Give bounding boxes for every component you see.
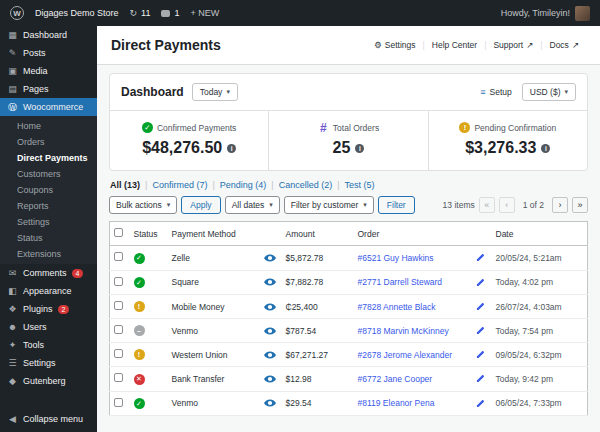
table-row: Bank Transfer $12.98 #6772 Jane Cooper T… (110, 367, 588, 392)
new-button[interactable]: + NEW (190, 8, 219, 18)
apply-button[interactable]: Apply (181, 196, 220, 214)
order-link[interactable]: #7828 Annette Black (358, 302, 436, 312)
tab-pending[interactable]: Pending (4) (220, 180, 267, 190)
howdy-label[interactable]: Howdy, Timileyin! (501, 8, 570, 18)
submenu-item-home[interactable]: Home (0, 118, 97, 134)
view-icon[interactable] (264, 327, 278, 335)
edit-icon[interactable] (476, 278, 488, 287)
date: 26/07/24, 4:03am (492, 295, 588, 319)
filter-button[interactable]: Filter (378, 196, 415, 214)
submenu-item-settings[interactable]: Settings (0, 214, 97, 230)
order-link[interactable]: #8718 Marvin McKinney (358, 326, 449, 336)
bulk-actions-select[interactable]: Bulk actions▾ (109, 196, 177, 214)
list-toolbar: Bulk actions▾ Apply All dates▾ Filter by… (109, 196, 588, 214)
info-icon[interactable] (355, 144, 364, 153)
col-status[interactable]: Status (130, 222, 168, 246)
order-link[interactable]: #2771 Darrell Steward (358, 277, 443, 287)
edit-icon[interactable] (476, 374, 488, 383)
view-icon[interactable] (264, 303, 278, 311)
select-all-checkbox[interactable] (114, 228, 123, 237)
avatar[interactable] (575, 6, 590, 21)
appearance-icon: ◧ (7, 286, 18, 296)
edit-icon[interactable] (476, 253, 488, 262)
submenu-item-coupons[interactable]: Coupons (0, 182, 97, 198)
collapse-menu-button[interactable]: ◀ Collapse menu (0, 410, 97, 428)
tab-confirmed[interactable]: Confirmed (7) (152, 180, 207, 190)
last-page-button[interactable]: » (572, 197, 588, 213)
first-page-button[interactable]: « (479, 197, 495, 213)
updates-indicator[interactable]: ↻ 11 (130, 8, 151, 18)
order-link[interactable]: #6772 Jane Cooper (358, 374, 433, 384)
amount: $12.98 (282, 367, 354, 392)
docs-link[interactable]: Docs ↗ (543, 40, 587, 50)
all-dates-select[interactable]: All dates▾ (225, 196, 280, 214)
submenu-item-reports[interactable]: Reports (0, 198, 97, 214)
setup-link[interactable]: ≡ Setup (480, 87, 511, 97)
filter-by-customer-select[interactable]: Filter by customer▾ (284, 196, 374, 214)
col-date[interactable]: Date (492, 222, 588, 246)
row-checkbox[interactable] (114, 398, 123, 407)
view-icon[interactable] (264, 278, 278, 286)
row-checkbox[interactable] (114, 349, 123, 358)
info-icon[interactable] (227, 144, 236, 153)
tab-cancelled[interactable]: Cancelled (2) (279, 180, 333, 190)
sidebar-item-posts[interactable]: ✎ Posts (0, 44, 97, 62)
row-checkbox[interactable] (114, 325, 123, 334)
payment-method: Square (168, 270, 260, 295)
settings-link[interactable]: ⚙ Settings (367, 40, 422, 50)
sidebar-item-plugins[interactable]: ❖ Plugins 2 (0, 300, 97, 318)
view-icon[interactable] (264, 351, 278, 359)
separator: | (212, 180, 214, 190)
sidebar-item-label: Appearance (23, 286, 72, 296)
dashboard-title: Dashboard (121, 85, 184, 99)
wordpress-logo-icon[interactable]: W (10, 6, 24, 20)
sidebar-item-dashboard[interactable]: ▦ Dashboard (0, 26, 97, 44)
view-icon[interactable] (264, 375, 278, 383)
sidebar-item-comments[interactable]: ✉ Comments 4 (0, 264, 97, 282)
prev-page-button[interactable]: ‹ (499, 197, 515, 213)
sidebar-item-appearance[interactable]: ◧ Appearance (0, 282, 97, 300)
edit-icon[interactable] (476, 350, 488, 359)
site-name-link[interactable]: Digages Demo Store (35, 8, 119, 18)
submenu-item-status[interactable]: Status (0, 230, 97, 246)
sidebar-item-settings[interactable]: ☰ Settings (0, 354, 97, 372)
row-checkbox[interactable] (114, 301, 123, 310)
sidebar-item-woocommerce[interactable]: Ⓦ Woocommerce (0, 98, 97, 116)
gear-icon: ⚙ (374, 40, 382, 50)
sidebar-item-tools[interactable]: ✦ Tools (0, 336, 97, 354)
sidebar-item-label: Users (23, 322, 47, 332)
submenu-item-customers[interactable]: Customers (0, 166, 97, 182)
row-checkbox[interactable] (114, 277, 123, 286)
currency-dropdown[interactable]: USD ($) ▾ (522, 83, 576, 101)
order-link[interactable]: #6521 Guy Hawkins (358, 253, 434, 263)
comments-indicator[interactable]: 1 (161, 8, 179, 18)
help-center-link[interactable]: Help Center (425, 40, 484, 50)
order-link[interactable]: #8119 Eleanor Pena (358, 398, 435, 408)
row-checkbox[interactable] (114, 373, 123, 382)
edit-icon[interactable] (476, 326, 488, 335)
view-icon[interactable] (264, 399, 278, 407)
sidebar-item-gutenberg[interactable]: ◆ Gutenberg (0, 372, 97, 390)
view-icon[interactable] (264, 254, 278, 262)
sidebar-item-pages[interactable]: ▤ Pages (0, 80, 97, 98)
support-link[interactable]: Support ↗ (486, 40, 540, 50)
info-icon[interactable] (541, 144, 550, 153)
sidebar-item-users[interactable]: ☻ Users (0, 318, 97, 336)
order-link[interactable]: #2678 Jerome Alexander (358, 350, 453, 360)
tab-test[interactable]: Test (5) (345, 180, 375, 190)
edit-icon[interactable] (476, 399, 488, 408)
col-order[interactable]: Order (354, 222, 472, 246)
status-icon (134, 253, 145, 264)
period-dropdown[interactable]: Today ▾ (192, 83, 238, 101)
sidebar-item-media[interactable]: ▣ Media (0, 62, 97, 80)
submenu-item-direct-payments[interactable]: Direct Payments (0, 150, 97, 166)
edit-icon[interactable] (476, 302, 488, 311)
submenu-item-orders[interactable]: Orders (0, 134, 97, 150)
col-amount[interactable]: Amount (282, 222, 354, 246)
next-page-button[interactable]: › (552, 197, 568, 213)
submenu-item-extensions[interactable]: Extensions (0, 246, 97, 262)
page-status: 1 of 2 (523, 200, 544, 210)
tab-all[interactable]: All (13) (110, 180, 140, 190)
row-checkbox[interactable] (114, 252, 123, 261)
col-payment-method[interactable]: Payment Method (168, 222, 260, 246)
